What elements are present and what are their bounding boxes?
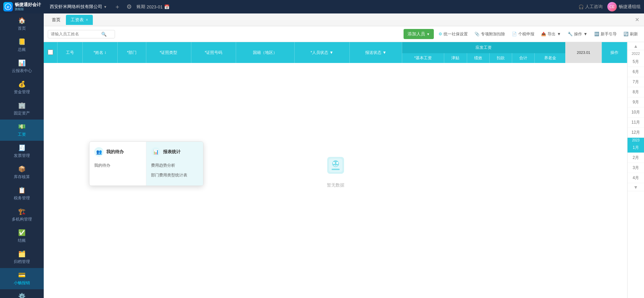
top-header: 好 畅捷通好会计 旗舰版 西安虾米网络科技有限公司 ▼ ＋ ⚙ 账期 2023-… (0, 0, 644, 13)
add-person-chevron-icon: ▼ (426, 32, 430, 36)
sidebar-item-fixed-assets[interactable]: 🏢 固定资产 (0, 98, 44, 120)
tab-salary-sheet[interactable]: 工资表 × (66, 15, 93, 25)
sidebar-label-archive: 归档管理 (14, 259, 30, 265)
user-area[interactable]: CE 畅捷通组组 (607, 2, 641, 11)
close-period-icon: ✅ (18, 229, 26, 236)
table-header-id-num: *证照号码 (191, 42, 236, 63)
svg-point-7 (336, 162, 338, 164)
month-item-feb[interactable]: 2月 (628, 153, 644, 163)
period-label: 账期 (137, 4, 145, 10)
month-item-apr[interactable]: 4月 (628, 173, 644, 183)
sidebar-item-multi-org[interactable]: 🏗️ 多机构管理 (0, 204, 44, 226)
sidebar-label-invoice: 发票管理 (14, 153, 30, 159)
popup-item-my-todo[interactable]: 我的待办 (94, 161, 141, 170)
accounting-period: 账期 2023-01 📅 (137, 4, 169, 10)
month-item-may[interactable]: 5月 (628, 57, 644, 67)
month-item-mar[interactable]: 3月 (628, 163, 644, 173)
refresh-action[interactable]: 🔄 刷新 (621, 30, 640, 38)
month-item-sep[interactable]: 9月 (628, 97, 644, 107)
cloud-report-icon: 📊 (18, 59, 26, 67)
tab-bar-close-button[interactable]: ✕ (634, 15, 641, 24)
special-deduction-label: 专项附加扣除 (481, 31, 505, 37)
sidebar-label-multi-org: 多机构管理 (12, 217, 32, 222)
settings-button[interactable]: ⚙ (125, 2, 133, 11)
salary-table: 工号 *姓名 ↕ *部门 *证照类型 *证照号码 国籍（地区） *人员状态 ▼ … (44, 42, 627, 63)
operation-chevron-icon: ▼ (583, 32, 588, 36)
sidebar-label-inventory: 库存核算 (14, 174, 30, 180)
company-selector[interactable]: 西安虾米网络科技有限公司 ▼ (47, 4, 110, 10)
month-item-jun[interactable]: 6月 (628, 67, 644, 77)
social-security-action[interactable]: ⚙ 统一社保设置 (437, 30, 470, 38)
tab-home[interactable]: 首页 (47, 15, 65, 25)
social-security-label: 统一社保设置 (444, 31, 468, 37)
todo-col-icon: 👥 (94, 147, 104, 157)
month-item-dec[interactable]: 12月 (628, 128, 644, 138)
tab-home-label: 首页 (52, 17, 61, 23)
add-company-button[interactable]: ＋ (113, 2, 122, 11)
refresh-label: 刷新 (630, 31, 638, 37)
month-item-aug[interactable]: 8月 (628, 87, 644, 97)
guide-action[interactable]: 🆕 新手引导 (592, 30, 619, 38)
tab-salary-close-icon[interactable]: × (86, 18, 88, 22)
export-action[interactable]: 📤 导出 ▼ (539, 30, 563, 38)
sidebar-item-home[interactable]: 🏠 首页 (0, 13, 44, 35)
inventory-icon: 📦 (18, 165, 26, 173)
tax-report-action[interactable]: 📄 个税申报 (510, 30, 536, 38)
sidebar-item-inventory[interactable]: 📦 库存核算 (0, 162, 44, 183)
basic-settings-icon: ⚙️ (18, 293, 26, 298)
table-checkbox-header[interactable] (44, 42, 57, 63)
svg-rect-5 (332, 169, 340, 170)
sidebar-item-salary[interactable]: 💵 工资 (0, 120, 44, 141)
avatar: CE (607, 2, 617, 11)
sidebar-item-fund[interactable]: 💰 资金管理 (0, 77, 44, 98)
table-header-id-type: *证照类型 (146, 42, 191, 63)
svg-point-6 (333, 162, 335, 164)
home-icon: 🏠 (18, 17, 26, 24)
period-value: 2023-01 (147, 4, 163, 9)
sidebar-label-tax: 税务管理 (14, 195, 30, 201)
popup-item-dept-expense[interactable]: 部门费用类型统计表 (151, 170, 198, 180)
sidebar-item-basic-settings[interactable]: ⚙️ 基础设置 (0, 289, 44, 298)
logo-text: 畅捷通好会计 旗舰版 (15, 2, 41, 12)
sidebar-item-close-period[interactable]: ✅ 结账 (0, 226, 44, 247)
operation-action[interactable]: 🔧 操作 ▼ (566, 30, 590, 38)
header-actions: ＋ ⚙ 账期 2023-01 📅 (113, 2, 169, 11)
month-item-jul[interactable]: 7月 (628, 77, 644, 87)
headset-icon: 🎧 (578, 4, 584, 9)
sidebar-item-tax[interactable]: 📋 税务管理 (0, 183, 44, 204)
table-subheader-allowance: 津贴 (444, 53, 467, 63)
month-nav-up[interactable]: ▲ (628, 42, 644, 50)
table-header-year-col: 2023.01 (565, 42, 602, 63)
sidebar-item-cloud-report[interactable]: 📊 云报表中心 (0, 56, 44, 77)
sidebar-item-archive[interactable]: 🗂️ 归档管理 (0, 247, 44, 268)
month-nav-down[interactable]: ▼ (628, 183, 644, 191)
todo-col-title: 我的待办 (106, 149, 124, 155)
tax-icon: 📋 (18, 187, 26, 194)
support-button[interactable]: 🎧 人工咨询 (578, 4, 603, 10)
month-item-oct[interactable]: 10月 (628, 107, 644, 118)
report-col-icon: 📊 (151, 147, 160, 157)
sidebar-label-home: 首页 (18, 26, 26, 31)
month-item-nov[interactable]: 11月 (628, 118, 644, 128)
search-icon[interactable]: 🔍 (101, 32, 107, 37)
empty-state-icon (322, 152, 349, 179)
add-person-button[interactable]: 添加人员 ▼ (404, 29, 434, 39)
popup-col-todo-header: 👥 我的待办 (94, 147, 141, 157)
sidebar-item-invoice[interactable]: 🧾 发票管理 (0, 141, 44, 162)
export-chevron-icon: ▼ (557, 32, 561, 36)
select-all-checkbox[interactable] (48, 49, 53, 55)
sidebar-item-expense[interactable]: 💳 小畅报销 (0, 268, 44, 289)
logo-icon: 好 (3, 2, 13, 11)
sidebar-item-ledger[interactable]: 📒 总账 (0, 35, 44, 56)
search-input[interactable] (51, 32, 101, 36)
support-label: 人工咨询 (585, 4, 603, 10)
table-header-nationality: 国籍（地区） (236, 42, 294, 63)
calendar-icon[interactable]: 📅 (164, 4, 169, 9)
fixed-assets-icon: 🏢 (18, 102, 26, 109)
table-subheader-performance: 绩效 (467, 53, 489, 63)
guide-action-icon: 🆕 (594, 32, 599, 36)
popup-item-expense-trend[interactable]: 费用趋势分析 (151, 161, 198, 170)
special-deduction-action[interactable]: 📎 专项附加扣除 (472, 30, 507, 38)
tab-bar: 首页 工资表 × ✕ (44, 13, 644, 26)
month-item-jan-active[interactable]: 1月 (628, 143, 644, 153)
